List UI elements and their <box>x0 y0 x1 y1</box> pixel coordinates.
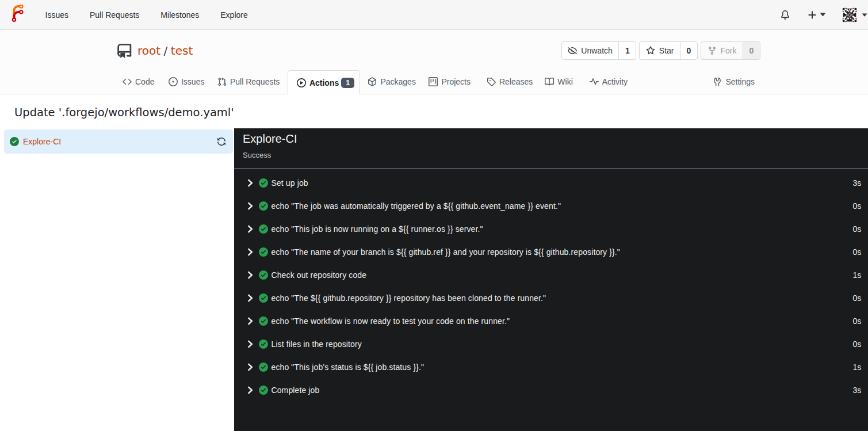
step-row[interactable]: Complete job 3s <box>234 379 868 402</box>
tab-actions[interactable]: Actions 1 <box>288 70 360 94</box>
tab-spacer <box>628 69 713 94</box>
step-row[interactable]: echo "This job is now running on a ${{ r… <box>234 218 868 241</box>
watchers-count[interactable]: 1 <box>618 42 636 59</box>
step-duration: 0s <box>852 340 861 349</box>
tab-issues[interactable]: Issues <box>169 69 204 94</box>
package-icon <box>368 77 377 86</box>
nav-item-milestones[interactable]: Milestones <box>150 0 210 29</box>
step-row[interactable]: List files in the repository 0s <box>234 333 868 356</box>
tab-label: Code <box>135 77 154 86</box>
job-name: Explore-CI <box>23 137 61 146</box>
nav-item-issues[interactable]: Issues <box>35 0 79 29</box>
step-name: echo "The job was automatically triggere… <box>271 201 561 211</box>
tab-settings[interactable]: Settings <box>713 69 755 94</box>
chevron-down-icon <box>862 13 867 17</box>
star-button[interactable]: Star 0 <box>639 41 698 60</box>
step-duration: 3s <box>852 386 861 395</box>
repo-owner-link[interactable]: root <box>137 44 160 58</box>
tab-label: Releases <box>499 77 533 86</box>
tab-activity[interactable]: Activity <box>590 69 628 94</box>
fork-icon <box>708 46 717 55</box>
create-new-button[interactable] <box>808 11 826 19</box>
repo-name-link[interactable]: test <box>171 44 193 58</box>
avatar <box>842 7 857 22</box>
top-navbar: Issues Pull Requests Milestones Explore <box>0 0 868 30</box>
repo-breadcrumb: root / test <box>137 44 193 58</box>
step-duration: 0s <box>852 316 861 326</box>
tag-icon <box>487 77 496 86</box>
tab-label: Activity <box>602 77 628 86</box>
tab-code[interactable]: Code <box>123 69 154 94</box>
run-title: Update '.forgejo/workflows/demo.yaml' <box>0 94 868 128</box>
step-name: echo "This job is now running on a ${{ r… <box>271 224 483 234</box>
check-circle-icon <box>259 363 268 372</box>
step-name: echo "The name of your branch is ${{ git… <box>271 247 620 257</box>
eye-closed-icon <box>568 46 577 55</box>
forks-count[interactable]: 0 <box>743 42 760 59</box>
unwatch-button[interactable]: Unwatch 1 <box>561 41 636 60</box>
git-pull-request-icon <box>217 77 227 86</box>
tab-releases[interactable]: Releases <box>487 69 533 94</box>
step-duration: 0s <box>852 247 861 257</box>
tab-label: Actions <box>309 78 339 87</box>
forgejo-logo-icon[interactable] <box>9 5 27 22</box>
nav-item-explore[interactable]: Explore <box>210 0 258 29</box>
tab-label: Pull Requests <box>230 77 280 86</box>
step-row[interactable]: echo "The job was automatically triggere… <box>234 194 868 218</box>
tab-wiki[interactable]: Wiki <box>545 69 572 94</box>
step-name: Set up job <box>271 178 308 188</box>
step-name: echo "This job's status is ${{ job.statu… <box>271 363 424 372</box>
fork-button[interactable]: Fork 0 <box>701 41 760 60</box>
bell-icon <box>781 10 790 20</box>
step-row[interactable]: Check out repository code 1s <box>234 264 868 287</box>
job-log-header: Explore-CI Success <box>234 128 868 169</box>
job-log-panel: Explore-CI Success Set up job 3s echo "T… <box>234 128 868 431</box>
check-circle-icon <box>259 340 268 349</box>
chevron-right-icon <box>246 386 255 395</box>
navbar-menu: Issues Pull Requests Milestones Explore <box>35 0 258 29</box>
chevron-right-icon <box>246 224 255 234</box>
tab-projects[interactable]: Projects <box>429 69 471 94</box>
check-circle-icon <box>259 386 268 395</box>
tab-label: Settings <box>725 77 755 86</box>
step-name: echo "The workflow is now ready to test … <box>271 316 510 326</box>
repo-tabs: Code Issues Pull Requests Actions 1 Pack… <box>0 69 868 94</box>
tab-label: Issues <box>181 77 204 86</box>
star-icon <box>646 46 655 55</box>
user-menu-button[interactable] <box>842 7 868 22</box>
button-label: Unwatch <box>581 46 612 55</box>
button-label: Star <box>659 46 674 55</box>
tab-pull-requests[interactable]: Pull Requests <box>217 69 280 94</box>
chevron-right-icon <box>246 316 255 326</box>
nav-item-pull-requests[interactable]: Pull Requests <box>79 0 150 29</box>
book-icon <box>545 77 554 86</box>
step-row[interactable]: echo "The workflow is now ready to test … <box>234 310 868 333</box>
jobs-sidebar: Explore-CI <box>0 128 234 431</box>
chevron-right-icon <box>246 293 255 303</box>
check-circle-icon <box>259 201 268 211</box>
step-row[interactable]: echo "The ${{ github.repository }} repos… <box>234 287 868 310</box>
step-row[interactable]: echo "This job's status is ${{ job.statu… <box>234 356 868 379</box>
issue-opened-icon <box>169 77 178 86</box>
step-name: echo "The ${{ github.repository }} repos… <box>271 293 546 303</box>
step-name: List files in the repository <box>271 340 361 349</box>
chevron-right-icon <box>246 270 255 280</box>
notifications-button[interactable] <box>781 10 790 20</box>
step-duration: 0s <box>852 201 861 211</box>
repo-header: root / test Unwatch 1 Star 0 Fork 0 Code <box>0 30 868 94</box>
step-duration: 1s <box>852 363 861 372</box>
job-title: Explore-CI <box>243 132 859 146</box>
job-item-explore-ci[interactable]: Explore-CI <box>4 129 233 154</box>
tab-label: Wiki <box>557 77 572 86</box>
step-duration: 0s <box>852 293 861 303</box>
stars-count[interactable]: 0 <box>680 42 697 59</box>
tab-packages[interactable]: Packages <box>368 69 415 94</box>
check-circle-icon <box>259 247 268 257</box>
step-name: Check out repository code <box>271 270 366 280</box>
check-circle-icon <box>259 270 268 280</box>
step-row[interactable]: echo "The name of your branch is ${{ git… <box>234 241 868 264</box>
rerun-icon[interactable] <box>217 137 226 146</box>
check-circle-icon <box>259 224 268 234</box>
check-circle-icon <box>259 293 268 303</box>
step-row[interactable]: Set up job 3s <box>234 171 868 194</box>
